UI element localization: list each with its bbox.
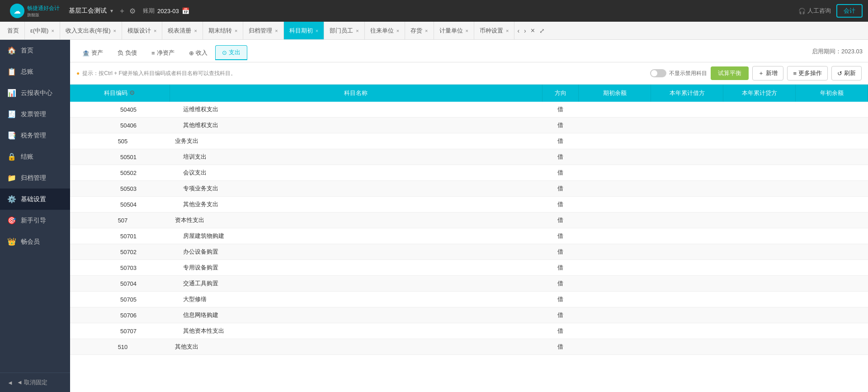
help-link[interactable]: 🎧 人工咨询	[798, 7, 831, 15]
tab-next-btn[interactable]: ›	[522, 26, 528, 35]
tab-dept[interactable]: 部门员工 ×	[324, 22, 364, 40]
table-row[interactable]: 50702 办公设备购置 借	[70, 244, 868, 260]
table-row[interactable]: 50406 其他维权支出 借	[70, 118, 868, 133]
toolbar-right: 不显示禁用科目 试算平衡 ＋ 新增 ≡ 更多操作 ↺ 刷新	[650, 66, 862, 80]
tab-unit-close[interactable]: ×	[396, 28, 399, 33]
tab-expand-btn[interactable]: ⤢	[538, 26, 547, 35]
tab-income[interactable]: 收入支出表(年报) ×	[60, 22, 122, 40]
sub-tab-income[interactable]: ⊕ 收入	[182, 46, 214, 60]
tab-prev-btn[interactable]: ‹	[515, 26, 521, 35]
sub-tab-expense[interactable]: ⊙ 支出	[215, 45, 247, 60]
balance-button[interactable]: 试算平衡	[711, 66, 749, 80]
tab-stock-close[interactable]: ×	[425, 28, 428, 33]
company-dropdown-icon[interactable]: ▾	[110, 8, 113, 14]
tab-template[interactable]: 模版设计 ×	[122, 22, 162, 40]
sub-tab-asset[interactable]: 🏦 资产	[75, 46, 110, 60]
tab-archive[interactable]: 归档管理 ×	[243, 22, 283, 40]
tab-currency-close[interactable]: ×	[506, 28, 509, 33]
table-row[interactable]: 50703 专用设备购置 借	[70, 260, 868, 276]
sidebar-item-report-label: 云报表中心	[21, 89, 52, 97]
company-settings-icon[interactable]: ⚙	[129, 7, 136, 15]
tab-measure[interactable]: 计量单位 ×	[434, 22, 474, 40]
disable-toggle[interactable]	[650, 69, 666, 77]
tab-currency[interactable]: 币种设置 ×	[474, 22, 514, 40]
tab-tax-close[interactable]: ×	[194, 28, 197, 33]
tab-stock[interactable]: 存货 ×	[405, 22, 434, 40]
refresh-button[interactable]: ↺ 刷新	[831, 66, 862, 80]
table-row[interactable]: 50502 会议支出 借	[70, 165, 868, 181]
liability-icon: 负	[118, 49, 123, 57]
sidebar-item-tax[interactable]: 📑 税务管理	[0, 125, 70, 146]
tab-dept-close[interactable]: ×	[356, 28, 359, 33]
table-row[interactable]: 50704 交通工具购置 借	[70, 276, 868, 292]
sub-tab-net-asset[interactable]: ≡ 净资产	[145, 46, 181, 60]
tab-period-end-close[interactable]: ×	[235, 28, 237, 33]
sidebar-item-invoice[interactable]: 🧾 发票管理	[0, 104, 70, 125]
cell-year	[796, 339, 868, 355]
cell-dir: 借	[542, 339, 579, 355]
cell-balance	[579, 307, 651, 323]
table-row[interactable]: 510 其他支出 借	[70, 339, 868, 355]
cell-credit	[723, 149, 796, 165]
cell-dir: 借	[542, 276, 579, 292]
cell-credit	[723, 181, 796, 197]
tab-unit-label: 往来单位	[370, 27, 394, 35]
sidebar-item-home-label: 首页	[21, 47, 33, 55]
tab-subject-init-close[interactable]: ×	[316, 28, 318, 33]
tab-home[interactable]: 首页	[2, 22, 25, 40]
calendar-icon[interactable]: 📅	[182, 7, 189, 14]
tab-period-end[interactable]: 期末结转 ×	[203, 22, 243, 40]
table-row[interactable]: 50501 培训支出 借	[70, 149, 868, 165]
tab-template-close[interactable]: ×	[154, 28, 156, 33]
sidebar-footer[interactable]: ◄ ◄ 取消固定	[0, 373, 70, 392]
tab-tax[interactable]: 税表清册 ×	[162, 22, 203, 40]
table-row[interactable]: 50705 大型修缮 借	[70, 292, 868, 307]
sub-tab-liability[interactable]: 负 负债	[111, 46, 144, 60]
table-row[interactable]: 50706 信息网络购建 借	[70, 307, 868, 323]
tab-archive-close[interactable]: ×	[275, 28, 278, 33]
table-row[interactable]: 50707 其他资本性支出 借	[70, 323, 868, 339]
tab-unit[interactable]: 往来单位 ×	[365, 22, 405, 40]
user-button[interactable]: 会计	[836, 4, 863, 18]
cell-debit	[651, 213, 723, 228]
cell-code: 505	[70, 133, 170, 149]
tab-measure-close[interactable]: ×	[466, 28, 468, 33]
cell-debit	[651, 197, 723, 213]
sidebar-item-report[interactable]: 📊 云报表中心	[0, 82, 70, 104]
cell-balance	[579, 339, 651, 355]
tab-period-end-label: 期末结转	[208, 27, 232, 35]
table-row[interactable]: 507 资本性支出 借	[70, 213, 868, 228]
sidebar-item-archive[interactable]: 📁 归档管理	[0, 167, 70, 189]
cell-name: 专用设备购置	[170, 260, 542, 276]
cell-name: 其他资本性支出	[170, 323, 542, 339]
cell-credit	[723, 133, 796, 149]
tab-mid-close[interactable]: ×	[51, 28, 54, 33]
tab-subject-init[interactable]: 科目期初 ×	[284, 22, 324, 40]
sidebar-item-settings[interactable]: ⚙️ 基础设置	[0, 189, 70, 210]
table-row[interactable]: 50405 运维维权支出 借	[70, 102, 868, 118]
sidebar-item-ledger[interactable]: 📋 总账	[0, 61, 70, 82]
sidebar-item-home[interactable]: 🏠 首页	[0, 40, 70, 61]
col-header-year: 年初余额	[796, 85, 868, 102]
tab-close-all-btn[interactable]: ×	[529, 26, 537, 36]
add-button[interactable]: ＋ 新增	[752, 66, 783, 80]
add-company-icon[interactable]: ＋	[118, 6, 126, 16]
cell-credit	[723, 165, 796, 181]
cell-name: 信息网络购建	[170, 307, 542, 323]
cell-credit	[723, 197, 796, 213]
tab-mid[interactable]: ε(中期) ×	[25, 22, 60, 40]
table-row[interactable]: 505 业务支出 借	[70, 133, 868, 149]
tab-income-close[interactable]: ×	[113, 28, 116, 33]
table-row[interactable]: 50701 房屋建筑物购建 借	[70, 228, 868, 244]
table-header-row: 科目编码 ⚙ 科目名称 方向 期初余额 本年累计借方 本年累计贷方 年初余额	[70, 85, 868, 102]
sidebar-item-member[interactable]: 👑 畅会员	[0, 231, 70, 252]
tab-nav-btns: ‹ › × ⤢	[515, 26, 547, 36]
table-row[interactable]: 50503 专项业务支出 借	[70, 181, 868, 197]
more-button[interactable]: ≡ 更多操作	[787, 66, 828, 80]
cell-code: 50503	[70, 181, 170, 197]
cell-year	[796, 181, 868, 197]
col-settings-btn[interactable]: ⚙	[129, 89, 135, 96]
sidebar-item-guide[interactable]: 🎯 新手引导	[0, 210, 70, 231]
sidebar-item-close[interactable]: 🔒 结账	[0, 146, 70, 167]
table-row[interactable]: 50504 其他业务支出 借	[70, 197, 868, 213]
